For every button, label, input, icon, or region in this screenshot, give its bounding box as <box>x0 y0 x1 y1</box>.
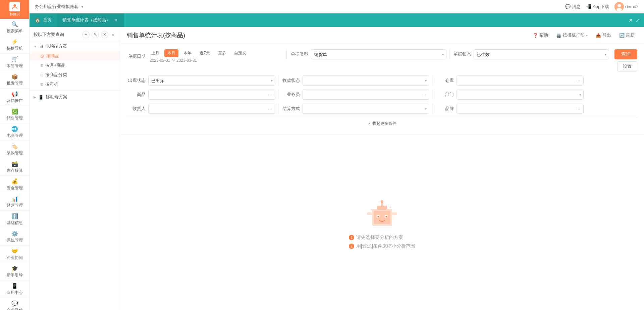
page-header-actions: ❓ 帮助 🖨️ 按模板打印 ▾ 📤 导出 🔄 刷新 <box>530 31 637 44</box>
sidebar-item-finance[interactable]: 💰 资金管理 <box>0 176 29 193</box>
help-btn[interactable]: ❓ 帮助 <box>530 31 551 40</box>
doc-type-select[interactable]: 销货单 <box>311 49 446 59</box>
system-icon: ⚙️ <box>11 230 18 237</box>
sidebar-item-wechat-label: 企业微信 <box>7 308 23 310</box>
date-last-7days[interactable]: 近7天 <box>197 49 213 57</box>
warehouse-input[interactable] <box>457 75 584 86</box>
delete-scheme-btn[interactable]: ✕ <box>101 31 108 38</box>
print-icon: 🖨️ <box>556 33 561 38</box>
sidebar-item-wholesale[interactable]: 📦 批发管理 <box>0 71 29 89</box>
tree-item-by-goods[interactable]: ⊙ 按商品 <box>30 51 120 61</box>
brand-dots[interactable]: ··· <box>575 106 582 111</box>
tab-close-btn[interactable]: ✕ <box>113 17 118 23</box>
by-goods-category-label: 按商品分类 <box>45 72 67 78</box>
refresh-icon: 🔄 <box>619 33 625 38</box>
sidebar-item-operation[interactable]: 📊 经营管理 <box>0 193 29 211</box>
sidebar-item-appcenter[interactable]: 📱 应用中心 <box>0 280 29 298</box>
sidebar-item-inventory-label: 库存核算 <box>7 168 23 173</box>
user-area[interactable]: demo2 <box>614 2 639 11</box>
tree-item-by-goods-category[interactable]: ⊞ 按商品分类 <box>30 70 120 80</box>
date-this-month[interactable]: 本月 <box>164 49 178 57</box>
sidebar-logo-text: 标腾贝 <box>10 12 20 17</box>
message-btn[interactable]: 💬 消息 <box>565 4 581 10</box>
tree-section-mobile[interactable]: ▶ 📱 移动端方案 <box>30 92 120 102</box>
receiver-dots[interactable]: ··· <box>267 106 273 111</box>
app-download-btn[interactable]: 📲 App下载 <box>586 4 609 10</box>
sidebar-item-retail[interactable]: 🛒 零售管理 <box>0 54 29 71</box>
date-this-year[interactable]: 本年 <box>180 49 195 57</box>
sidebar-item-inventory[interactable]: 🗃️ 库存核算 <box>0 158 29 176</box>
left-panel-header: 按以下方案查询 + ✎ ✕ « <box>30 27 120 41</box>
goods-input[interactable] <box>148 90 275 100</box>
print-label: 按模板打印 <box>563 32 585 38</box>
tab-sales-stat-label: 销售单统计表（按商品） <box>62 17 110 23</box>
salesperson-dots[interactable]: ··· <box>421 92 428 97</box>
sidebar-item-wechat[interactable]: 💬 企业微信 <box>0 298 29 310</box>
salesperson-label: 业务员 <box>281 92 300 98</box>
settlement-select[interactable] <box>303 104 430 114</box>
tab-close-window-btn[interactable]: ✕ <box>629 17 633 23</box>
wholesale-icon: 📦 <box>11 73 18 80</box>
brand-input[interactable] <box>457 104 584 114</box>
sidebar-item-basic[interactable]: ℹ️ 基础信息 <box>0 211 29 228</box>
sidebar-item-search[interactable]: 🔍 搜索菜单 <box>0 19 29 36</box>
sidebar-item-quicknav[interactable]: ⚡ 快捷导航 <box>0 36 29 54</box>
collapse-filter-btn[interactable]: ∧ 收起更多条件 <box>127 118 637 129</box>
export-btn[interactable]: 📤 导出 <box>593 31 614 40</box>
goods-dots[interactable]: ··· <box>267 92 273 97</box>
salesperson-input[interactable] <box>303 90 430 100</box>
marketing-icon: 📢 <box>11 91 18 97</box>
sidebar: 标腾贝 🔍 搜索菜单 ⚡ 快捷导航 🛒 零售管理 📦 批发管理 📢 营销推广 💹… <box>0 0 30 310</box>
edit-scheme-btn[interactable]: ✎ <box>92 31 99 38</box>
setting-button[interactable]: 设置 <box>617 61 637 71</box>
tree-section-mobile-label: 移动端方案 <box>46 94 67 100</box>
filter-divider-2 <box>449 49 449 59</box>
receiver-input[interactable] <box>148 104 275 114</box>
warehouse-dots[interactable]: ··· <box>575 78 582 83</box>
out-status-select[interactable]: 已出库 <box>148 75 275 86</box>
sidebar-item-wholesale-label: 批发管理 <box>7 81 23 86</box>
empty-step1-label: 请先选择要分析的方案 <box>356 235 403 241</box>
salesperson-control: ··· <box>303 90 430 100</box>
sidebar-item-sales[interactable]: 💹 销售管理 <box>0 106 29 123</box>
refresh-btn[interactable]: 🔄 刷新 <box>616 31 637 40</box>
date-custom[interactable]: 自定义 <box>231 49 249 57</box>
collapse-panel-btn[interactable]: « <box>110 31 116 38</box>
sidebar-item-newuser[interactable]: 🎓 新手引导 <box>0 263 29 280</box>
doc-status-select[interactable]: 已生效 <box>474 49 609 59</box>
print-btn[interactable]: 🖨️ 按模板打印 ▾ <box>553 31 590 40</box>
add-scheme-btn[interactable]: + <box>82 31 90 38</box>
topbar-dropdown-arrow[interactable]: ▾ <box>81 4 84 9</box>
payment-status-select[interactable] <box>303 75 430 86</box>
query-button[interactable]: 查询 <box>614 49 637 59</box>
date-label: 单据日期 <box>127 53 146 59</box>
svg-point-12 <box>381 200 383 203</box>
sidebar-item-ecommerce[interactable]: 🌐 电商管理 <box>0 123 29 141</box>
sidebar-item-ecommerce-label: 电商管理 <box>7 133 23 139</box>
industry-label: 办公用品行业模拟账套 <box>35 4 78 10</box>
dept-select[interactable] <box>457 90 584 100</box>
enterprise-icon: 🤝 <box>11 248 18 254</box>
tab-maximize-btn[interactable]: ⤢ <box>636 17 640 23</box>
goods-label: 商品 <box>127 92 146 98</box>
tree-section-mobile-expand: ▶ <box>34 95 36 99</box>
collapse-arrow-icon: ∧ <box>368 121 371 126</box>
by-driver-icon: ⊞ <box>40 82 43 87</box>
tree-item-by-driver[interactable]: ⊞ 按司机 <box>30 80 120 89</box>
date-last-month[interactable]: 上月 <box>148 49 162 57</box>
export-icon: 📤 <box>596 33 601 38</box>
sidebar-item-marketing[interactable]: 📢 营销推广 <box>0 89 29 106</box>
tab-sales-stat[interactable]: 销售单统计表（按商品） ✕ <box>57 13 124 27</box>
sidebar-item-system[interactable]: ⚙️ 系统管理 <box>0 228 29 246</box>
sidebar-item-enterprise[interactable]: 🤝 企业协同 <box>0 246 29 263</box>
empty-state: ✦ ✦ 1 请先选择要分析的方案 2 用[过滤]条件来缩小分析范围 <box>120 135 644 310</box>
tree-item-by-month-goods[interactable]: ⊞ 按月+商品 <box>30 61 120 70</box>
date-more[interactable]: 更多 <box>215 49 229 57</box>
tree-section-pc[interactable]: ▼ 🖥 电脑端方案 <box>30 41 120 51</box>
btn-column: 查询 设置 <box>609 49 637 71</box>
app-download-label: App下载 <box>593 4 609 10</box>
tab-home-label: 首页 <box>43 17 52 23</box>
sidebar-item-appcenter-label: 应用中心 <box>7 290 23 296</box>
tab-home[interactable]: 🏠 首页 <box>30 13 57 27</box>
sidebar-item-purchase[interactable]: 🏷️ 采购管理 <box>0 141 29 158</box>
